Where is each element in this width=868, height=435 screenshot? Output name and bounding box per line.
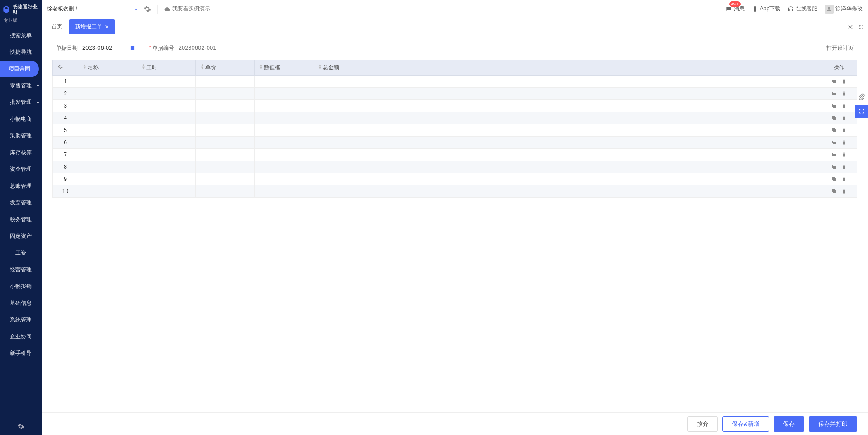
cell[interactable] bbox=[255, 112, 313, 124]
delete-icon[interactable] bbox=[841, 152, 847, 157]
cell[interactable] bbox=[313, 88, 821, 100]
delete-icon[interactable] bbox=[841, 164, 847, 170]
nav-item-11[interactable]: 税务管理 bbox=[0, 211, 42, 228]
cell[interactable] bbox=[196, 185, 255, 198]
cell[interactable] bbox=[78, 185, 137, 198]
th-num[interactable]: ▲▼数值框 bbox=[255, 60, 313, 76]
cell[interactable] bbox=[78, 100, 137, 112]
cell[interactable] bbox=[196, 173, 255, 185]
discard-button[interactable]: 放弃 bbox=[687, 416, 718, 432]
nav-item-8[interactable]: 资金管理 bbox=[0, 161, 42, 178]
cell[interactable] bbox=[78, 173, 137, 185]
delete-icon[interactable] bbox=[841, 128, 847, 133]
cell[interactable] bbox=[196, 149, 255, 161]
user-menu[interactable]: 徐泽华修改 bbox=[825, 5, 863, 14]
cell[interactable] bbox=[255, 76, 313, 88]
cell[interactable] bbox=[313, 185, 821, 198]
save-button[interactable]: 保存 bbox=[774, 416, 804, 432]
delete-icon[interactable] bbox=[841, 91, 847, 96]
cell[interactable] bbox=[313, 76, 821, 88]
expand-tool[interactable] bbox=[855, 105, 868, 118]
doc-no-input[interactable] bbox=[178, 43, 232, 53]
copy-icon[interactable] bbox=[831, 115, 837, 121]
nav-item-16[interactable]: 基础信息 bbox=[0, 295, 42, 312]
th-hour[interactable]: ▲▼工时 bbox=[137, 60, 196, 76]
cell[interactable] bbox=[137, 185, 196, 198]
close-icon[interactable]: ✕ bbox=[105, 24, 109, 30]
org-settings-icon[interactable] bbox=[144, 5, 151, 13]
nav-item-14[interactable]: 经营管理 bbox=[0, 261, 42, 278]
nav-item-9[interactable]: 总账管理 bbox=[0, 178, 42, 194]
copy-icon[interactable] bbox=[831, 91, 837, 96]
nav-item-15[interactable]: 小畅报销 bbox=[0, 278, 42, 295]
cell[interactable] bbox=[196, 161, 255, 173]
cell[interactable] bbox=[78, 124, 137, 137]
cell[interactable] bbox=[137, 161, 196, 173]
cell[interactable] bbox=[313, 112, 821, 124]
nav-item-13[interactable]: 工资 bbox=[0, 245, 42, 261]
cell[interactable] bbox=[313, 161, 821, 173]
cell[interactable] bbox=[78, 137, 137, 149]
cell[interactable] bbox=[196, 88, 255, 100]
copy-icon[interactable] bbox=[831, 189, 837, 194]
demo-link[interactable]: 我要看实例演示 bbox=[164, 5, 210, 13]
copy-icon[interactable] bbox=[831, 164, 837, 170]
copy-icon[interactable] bbox=[831, 103, 837, 109]
nav-item-7[interactable]: 库存核算 bbox=[0, 144, 42, 161]
nav-item-6[interactable]: 采购管理 bbox=[0, 128, 42, 144]
cell[interactable] bbox=[196, 137, 255, 149]
cell[interactable] bbox=[255, 124, 313, 137]
delete-icon[interactable] bbox=[841, 189, 847, 194]
cell[interactable] bbox=[78, 149, 137, 161]
cell[interactable] bbox=[255, 173, 313, 185]
cell[interactable] bbox=[313, 137, 821, 149]
delete-icon[interactable] bbox=[841, 103, 847, 109]
cell[interactable] bbox=[313, 149, 821, 161]
cell[interactable] bbox=[196, 100, 255, 112]
cell[interactable] bbox=[255, 100, 313, 112]
cell[interactable] bbox=[255, 88, 313, 100]
date-input[interactable] bbox=[81, 43, 136, 53]
cell[interactable] bbox=[78, 88, 137, 100]
th-total[interactable]: ▲▼总金额 bbox=[313, 60, 821, 76]
delete-icon[interactable] bbox=[841, 176, 847, 182]
app-download-button[interactable]: App下载 bbox=[752, 5, 780, 13]
cell[interactable] bbox=[313, 173, 821, 185]
cell[interactable] bbox=[196, 124, 255, 137]
cell[interactable] bbox=[255, 161, 313, 173]
th-name[interactable]: ▲▼名称 bbox=[78, 60, 137, 76]
cell[interactable] bbox=[137, 173, 196, 185]
attachment-tool[interactable] bbox=[855, 90, 868, 103]
cell[interactable] bbox=[78, 112, 137, 124]
cell[interactable] bbox=[137, 100, 196, 112]
nav-item-5[interactable]: 小畅电商 bbox=[0, 111, 42, 128]
copy-icon[interactable] bbox=[831, 176, 837, 182]
cell[interactable] bbox=[313, 100, 821, 112]
nav-item-17[interactable]: 系统管理 bbox=[0, 312, 42, 328]
delete-icon[interactable] bbox=[841, 140, 847, 145]
delete-icon[interactable] bbox=[841, 79, 847, 84]
cell[interactable] bbox=[196, 112, 255, 124]
fullscreen-icon[interactable] bbox=[858, 24, 864, 30]
org-selector[interactable]: 徐老板勿删！ ⌄ bbox=[47, 5, 137, 13]
nav-item-2[interactable]: 项目合同 bbox=[0, 61, 39, 77]
cell[interactable] bbox=[255, 137, 313, 149]
copy-icon[interactable] bbox=[831, 128, 837, 133]
cell[interactable] bbox=[78, 161, 137, 173]
save-and-print-button[interactable]: 保存并打印 bbox=[809, 416, 857, 432]
copy-icon[interactable] bbox=[831, 79, 837, 84]
tab-0[interactable]: 首页 bbox=[45, 19, 69, 34]
customer-service-button[interactable]: 在线客服 bbox=[788, 5, 817, 13]
cell[interactable] bbox=[137, 124, 196, 137]
copy-icon[interactable] bbox=[831, 152, 837, 157]
nav-item-19[interactable]: 新手引导 bbox=[0, 345, 42, 362]
nav-item-0[interactable]: 搜索菜单 bbox=[0, 27, 42, 44]
cell[interactable] bbox=[137, 88, 196, 100]
open-design-link[interactable]: 打开设计页 bbox=[826, 44, 854, 52]
calendar-icon[interactable] bbox=[129, 45, 136, 51]
cell[interactable] bbox=[78, 76, 137, 88]
cell[interactable] bbox=[137, 149, 196, 161]
nav-item-12[interactable]: 固定资产 bbox=[0, 228, 42, 245]
cell[interactable] bbox=[255, 149, 313, 161]
copy-icon[interactable] bbox=[831, 140, 837, 145]
